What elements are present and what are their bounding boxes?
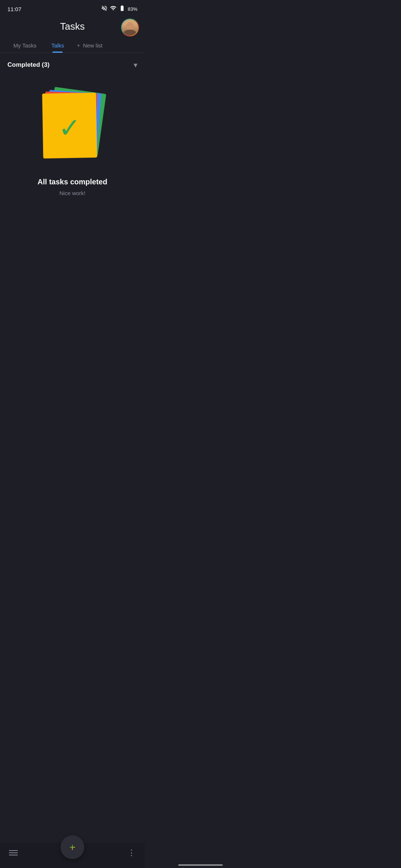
plus-icon: ＋ bbox=[76, 42, 81, 49]
tab-my-tasks[interactable]: My Tasks bbox=[7, 39, 42, 52]
app-title: Tasks bbox=[60, 21, 85, 32]
avatar[interactable] bbox=[121, 19, 139, 36]
wifi-icon bbox=[110, 5, 117, 13]
tab-talks[interactable]: Talks bbox=[45, 39, 70, 52]
page-yellow: ✓ bbox=[42, 93, 97, 159]
avatar-container[interactable] bbox=[121, 19, 139, 36]
new-list-label: New list bbox=[83, 42, 102, 49]
empty-state-subtitle: Nice work! bbox=[59, 190, 85, 196]
completed-title: Completed (3) bbox=[7, 61, 49, 69]
mute-icon bbox=[101, 5, 108, 13]
tabs-bar: My Tasks Talks ＋ New list bbox=[0, 38, 145, 53]
battery-icon bbox=[119, 5, 125, 13]
tasks-illustration: ✓ bbox=[39, 90, 106, 164]
completed-section[interactable]: Completed (3) ▾ bbox=[0, 53, 145, 75]
status-bar: 11:07 83% bbox=[0, 0, 145, 16]
tab-new-list[interactable]: ＋ New list bbox=[73, 38, 105, 53]
checkmark-icon: ✓ bbox=[58, 114, 81, 141]
avatar-image bbox=[122, 19, 138, 36]
app-header: Tasks bbox=[0, 16, 145, 38]
battery-percentage: 83% bbox=[128, 6, 137, 12]
status-time: 11:07 bbox=[7, 6, 22, 12]
chevron-down-icon[interactable]: ▾ bbox=[134, 60, 137, 69]
empty-state-title: All tasks completed bbox=[38, 178, 107, 186]
empty-state: ✓ All tasks completed Nice work! bbox=[0, 75, 145, 204]
status-icons: 83% bbox=[101, 5, 137, 13]
